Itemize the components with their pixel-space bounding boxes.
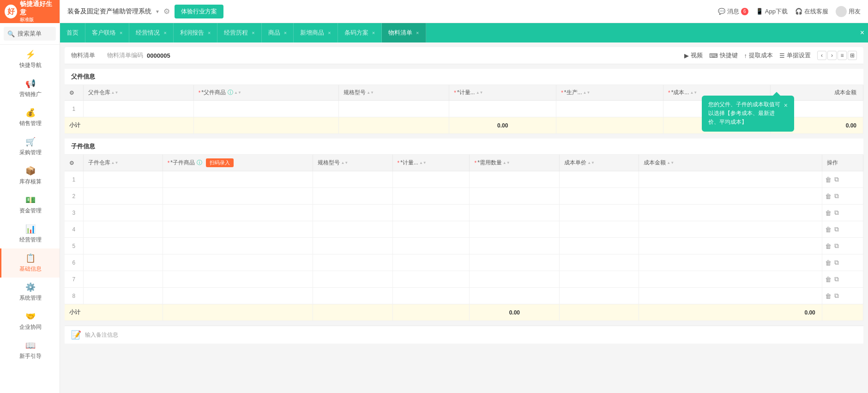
copy-row-4-icon[interactable]: ⧉ bbox=[834, 225, 839, 233]
sidebar-item-operations[interactable]: 📊 经营管理 bbox=[0, 219, 60, 248]
sidebar-item-finance[interactable]: 💵 资金管理 bbox=[0, 190, 60, 219]
child-unit-cell-4[interactable] bbox=[392, 221, 470, 238]
child-unit-cost-cell-5[interactable] bbox=[560, 238, 639, 254]
child-warehouse-cell-5[interactable] bbox=[83, 238, 163, 254]
sidebar-item-cooperation[interactable]: 🤝 企业协同 bbox=[0, 307, 60, 336]
tab-bom-close[interactable]: × bbox=[416, 30, 419, 36]
sidebar-item-quick-nav[interactable]: ⚡ 快捷导航 bbox=[0, 45, 60, 74]
tab-customer[interactable]: 客户联络 × bbox=[85, 23, 129, 42]
trial-button[interactable]: 体验行业方案 bbox=[175, 5, 223, 18]
delete-row-5-icon[interactable]: 🗑 bbox=[825, 242, 832, 250]
child-qty-cell-5[interactable] bbox=[470, 238, 560, 254]
parent-unit-cell[interactable] bbox=[449, 101, 556, 117]
child-qty-cell-3[interactable] bbox=[470, 205, 560, 221]
child-spec-cell-7[interactable] bbox=[313, 271, 392, 288]
view-action[interactable]: ▶ 视频 bbox=[684, 51, 703, 60]
child-unit-cell-6[interactable] bbox=[392, 254, 470, 271]
tab-barcode[interactable]: 条码方案 × bbox=[338, 23, 382, 42]
tab-customer-close[interactable]: × bbox=[120, 30, 122, 36]
child-unit-cell-2[interactable] bbox=[392, 188, 470, 205]
shortcut-action[interactable]: ⌨ 快捷键 bbox=[709, 51, 738, 60]
parent-produce-cell[interactable] bbox=[556, 101, 663, 117]
tab-bom[interactable]: 物料清单 × bbox=[382, 23, 426, 42]
child-goods-cell-6[interactable] bbox=[163, 254, 313, 271]
child-unit-cost-cell-8[interactable] bbox=[560, 288, 639, 304]
sidebar-item-basic-info[interactable]: 📋 基础信息 bbox=[0, 248, 60, 278]
child-warehouse-cell-7[interactable] bbox=[83, 271, 163, 288]
child-goods-cell-3[interactable] bbox=[163, 205, 313, 221]
tab-history-close[interactable]: × bbox=[252, 30, 254, 36]
parent-col-gear[interactable]: ⚙ bbox=[65, 85, 83, 101]
child-spec-cell-6[interactable] bbox=[313, 254, 392, 271]
child-spec-cell-2[interactable] bbox=[313, 188, 392, 205]
child-warehouse-cell-4[interactable] bbox=[83, 221, 163, 238]
child-unit-cell-3[interactable] bbox=[392, 205, 470, 221]
child-qty-cell-8[interactable] bbox=[470, 288, 560, 304]
tab-operations-close[interactable]: × bbox=[163, 30, 166, 36]
child-unit-cell-1[interactable] bbox=[392, 171, 470, 188]
tab-new-goods-close[interactable]: × bbox=[328, 30, 331, 36]
copy-row-7-icon[interactable]: ⧉ bbox=[834, 275, 839, 283]
tab-more-icon[interactable]: × bbox=[860, 29, 868, 37]
online-service-item[interactable]: 🎧 在线客服 bbox=[795, 7, 828, 16]
parent-spec-cell[interactable] bbox=[339, 101, 449, 117]
child-warehouse-cell-2[interactable] bbox=[83, 188, 163, 205]
parent-goods-cell[interactable] bbox=[193, 101, 338, 117]
tab-goods-close[interactable]: × bbox=[284, 30, 287, 36]
delete-row-3-icon[interactable]: 🗑 bbox=[825, 209, 832, 217]
child-unit-cell-7[interactable] bbox=[392, 271, 470, 288]
child-spec-cell-1[interactable] bbox=[313, 171, 392, 188]
delete-row-1-icon[interactable]: 🗑 bbox=[825, 176, 832, 183]
settings-icon[interactable]: ⚙ bbox=[163, 7, 170, 16]
child-goods-cell-2[interactable] bbox=[163, 188, 313, 205]
child-unit-cell-5[interactable] bbox=[392, 238, 470, 254]
copy-row-8-icon[interactable]: ⧉ bbox=[834, 292, 839, 300]
child-goods-cell-8[interactable] bbox=[163, 288, 313, 304]
tab-new-goods[interactable]: 新增商品 × bbox=[294, 23, 338, 42]
tab-history[interactable]: 经营历程 × bbox=[217, 23, 261, 42]
child-goods-cell-4[interactable] bbox=[163, 221, 313, 238]
delete-row-8-icon[interactable]: 🗑 bbox=[825, 292, 832, 300]
child-qty-cell-2[interactable] bbox=[470, 188, 560, 205]
copy-row-1-icon[interactable]: ⧉ bbox=[834, 175, 839, 183]
child-qty-cell-6[interactable] bbox=[470, 254, 560, 271]
child-unit-cell-8[interactable] bbox=[392, 288, 470, 304]
tab-operations[interactable]: 经营情况 × bbox=[129, 23, 173, 42]
child-unit-cost-cell-1[interactable] bbox=[560, 171, 639, 188]
child-goods-cell-5[interactable] bbox=[163, 238, 313, 254]
tooltip-close-button[interactable]: × bbox=[784, 100, 788, 110]
child-warehouse-cell-3[interactable] bbox=[83, 205, 163, 221]
nav-list-button[interactable]: ≡ bbox=[838, 51, 847, 60]
child-unit-cost-cell-3[interactable] bbox=[560, 205, 639, 221]
single-settings-action[interactable]: ☰ 单据设置 bbox=[779, 51, 811, 60]
child-warehouse-cell-6[interactable] bbox=[83, 254, 163, 271]
tab-profit[interactable]: 利润报告 × bbox=[174, 23, 217, 42]
sidebar-item-sales[interactable]: 💰 销售管理 bbox=[0, 103, 60, 132]
child-unit-cost-cell-4[interactable] bbox=[560, 221, 639, 238]
copy-row-2-icon[interactable]: ⧉ bbox=[834, 192, 839, 200]
delete-row-2-icon[interactable]: 🗑 bbox=[825, 193, 832, 200]
child-spec-cell-3[interactable] bbox=[313, 205, 392, 221]
child-col-gear[interactable]: ⚙ bbox=[65, 155, 83, 171]
child-warehouse-cell-8[interactable] bbox=[83, 288, 163, 304]
nav-next-button[interactable]: › bbox=[827, 51, 837, 60]
child-qty-cell-1[interactable] bbox=[470, 171, 560, 188]
delete-row-6-icon[interactable]: 🗑 bbox=[825, 259, 832, 266]
child-spec-cell-8[interactable] bbox=[313, 288, 392, 304]
search-menu-button[interactable]: 🔍 搜索菜单 bbox=[4, 27, 56, 41]
tab-profit-close[interactable]: × bbox=[208, 30, 211, 36]
child-warehouse-cell-1[interactable] bbox=[83, 171, 163, 188]
child-qty-cell-7[interactable] bbox=[470, 271, 560, 288]
scan-input-button[interactable]: 扫码录入 bbox=[206, 158, 234, 167]
app-download-item[interactable]: 📱 App下载 bbox=[756, 7, 788, 16]
tab-barcode-close[interactable]: × bbox=[372, 30, 375, 36]
child-unit-cost-cell-2[interactable] bbox=[560, 188, 639, 205]
copy-row-5-icon[interactable]: ⧉ bbox=[834, 242, 839, 250]
child-spec-cell-4[interactable] bbox=[313, 221, 392, 238]
nav-prev-button[interactable]: ‹ bbox=[817, 51, 826, 60]
breadcrumb-parent[interactable]: 物料清单 bbox=[71, 51, 95, 60]
dropdown-arrow-icon[interactable]: ▾ bbox=[156, 8, 159, 15]
sidebar-item-guide[interactable]: 📖 新手引导 bbox=[0, 336, 60, 365]
sidebar-item-marketing[interactable]: 📢 营销推广 bbox=[0, 74, 60, 103]
tab-goods[interactable]: 商品 × bbox=[262, 23, 294, 42]
